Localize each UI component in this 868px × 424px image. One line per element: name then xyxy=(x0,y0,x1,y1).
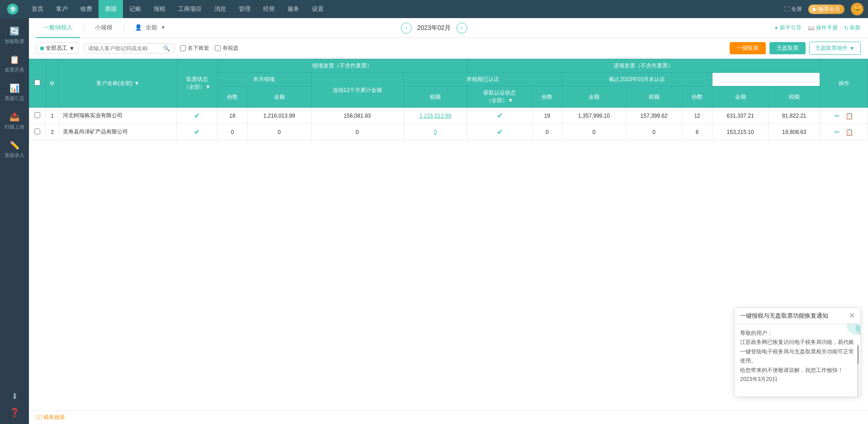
td-sales-amount-2: 0 xyxy=(247,124,311,140)
sidebar-item-fetch[interactable]: 🔄 智能取票 xyxy=(2,23,27,48)
sidebar-label-fetch: 智能取票 xyxy=(5,38,24,45)
notification-popup: 一键报税与无盘取票功能恢复通知 ✕ 尊敬的用户： 江苏政务网已恢复访问电子税务局… xyxy=(734,307,861,397)
status-check-icon-2: ✔ xyxy=(194,128,200,136)
diskless-fetch-button[interactable]: 无盘取票 xyxy=(769,42,806,54)
td-sales-tax-1: 158,081.83 xyxy=(311,108,403,124)
diskless-operations-button[interactable]: 无盘取票操作 ▼ xyxy=(809,42,861,55)
sidebar-item-entry[interactable]: ✏️ 票据录入 xyxy=(2,137,27,162)
sidebar-item-issue[interactable]: 📋 发票开具 xyxy=(2,51,27,77)
refresh-link[interactable]: ↻ 刷新 xyxy=(844,24,861,32)
td-cert-status-1: ✔ xyxy=(467,108,532,124)
edit-icon-1[interactable]: ✏ xyxy=(835,112,840,119)
th-uncertified: 截止2023年03月未认证 xyxy=(562,73,712,86)
tax-disk-checkbox[interactable] xyxy=(215,45,221,51)
notification-scroll-thumb[interactable] xyxy=(857,346,859,364)
th-current-month-sales: 本月销项 xyxy=(217,73,311,86)
nav-invoice[interactable]: 票据 xyxy=(99,0,123,18)
table-row: 2 灵寿县尚泽矿产品有限公司 ✔ 0 0 0 0 ✔ 0 0 0 6 153,2… xyxy=(29,124,868,140)
vip-button[interactable]: ▶ 畅享会员 xyxy=(808,5,844,14)
download-icon[interactable]: ⬇ xyxy=(11,391,18,401)
tab-all[interactable]: 👤 全能 ▼ xyxy=(127,18,173,38)
filter-bar: 全部员工 ▼ 🔍 名下账套 有税盘 一键取票 无盘取票 无盘取票操作 ▼ xyxy=(29,38,868,59)
nav-service[interactable]: 服务 xyxy=(281,0,306,18)
checkbox-own-account[interactable]: 名下账套 xyxy=(180,44,209,52)
sidebar-item-scan[interactable]: 📤 扫描上传 xyxy=(2,108,27,134)
manual-link[interactable]: 📖 操作手册 xyxy=(808,24,838,32)
tab-bar: 一般纳税人 小规模 👤 全能 ▼ ‹ 2023年02月 › ✦ xyxy=(29,18,868,38)
own-account-checkbox[interactable] xyxy=(180,45,186,51)
search-input[interactable] xyxy=(88,45,160,52)
invoice-table: ⚙ 客户名称(全部) ▼ 取票状态（全部）▼ 销项发票（不含作废票） 进项发票（… xyxy=(29,59,868,140)
edit-icon-2[interactable]: ✏ xyxy=(835,129,840,136)
detail-icon-2[interactable]: 📋 xyxy=(845,129,853,136)
notification-content: 尊敬的用户： 江苏政务网已恢复访问电子税务局功能，易代账一键登陆电子税务局与无盘… xyxy=(735,324,860,396)
td-cert-count-1: 19 xyxy=(532,108,562,124)
th-cert-amount: 金额 xyxy=(562,86,626,108)
period-prev-button[interactable]: ‹ xyxy=(401,23,412,33)
td-checkbox-1[interactable] xyxy=(29,108,46,124)
notification-title: 一键报税与无盘取票功能恢复通知 xyxy=(740,312,828,320)
nav-message[interactable]: 消息 xyxy=(208,0,232,18)
td-cum12-1[interactable]: 1,216,013.99 xyxy=(403,108,467,124)
notification-close-button[interactable]: ✕ xyxy=(849,311,855,320)
td-checkbox-2[interactable] xyxy=(29,124,46,140)
one-click-fetch-button[interactable]: 一键取票 xyxy=(730,42,766,54)
td-uncert-count-2: 6 xyxy=(682,124,712,140)
nav-items: 首页 客户 收费 票据 记账 报税 工商项目 消息 管理 经营 服务 设置 xyxy=(25,0,784,18)
settings-icon[interactable]: ⚙ xyxy=(50,80,55,86)
help-icon[interactable]: ❓ xyxy=(9,408,19,418)
new-guide-link[interactable]: ✦ 新手引导 xyxy=(774,24,802,32)
table-header-row-1: ⚙ 客户名称(全部) ▼ 取票状态（全部）▼ 销项发票（不含作废票） 进项发票（… xyxy=(29,59,868,73)
notification-body-scroll: 尊敬的用户： 江苏政务网已恢复访问电子税务局功能，易代账一键登陆电子税务局与无盘… xyxy=(735,324,860,396)
filter-icon-1[interactable]: ▼ xyxy=(134,80,139,86)
td-sales-tax-2: 0 xyxy=(311,124,403,140)
avatar[interactable]: 🐱 xyxy=(851,3,863,15)
logo xyxy=(5,1,21,17)
employee-select[interactable]: 全部员工 ▼ xyxy=(36,43,79,54)
th-cert-status: 获取认证状态（全部）▼ xyxy=(467,86,532,108)
td-actions-2: ✏ 📋 xyxy=(820,124,868,140)
employee-chevron-icon: ▼ xyxy=(69,45,75,52)
search-icon[interactable]: 🔍 xyxy=(163,45,170,52)
top-nav: 首页 客户 收费 票据 记账 报税 工商项目 消息 管理 经营 服务 设置 ⛶ … xyxy=(0,0,868,18)
td-name-1: 河北柯瑞栋实业有限公司 xyxy=(59,108,177,124)
entry-icon: ✏️ xyxy=(9,140,19,150)
issue-icon: 📋 xyxy=(9,55,19,65)
period-next-button[interactable]: › xyxy=(456,23,467,33)
filter-icon-2[interactable]: ▼ xyxy=(205,84,211,90)
row-checkbox-2[interactable] xyxy=(34,129,40,134)
tab-small-scale[interactable]: 小规模 xyxy=(88,18,120,38)
table-row: 1 河北柯瑞栋实业有限公司 ✔ 18 1,216,013.99 158,081.… xyxy=(29,108,868,124)
checkbox-tax-disk[interactable]: 有税盘 xyxy=(215,44,239,52)
td-sales-count-1: 18 xyxy=(217,108,247,124)
td-cert-amount-2: 0 xyxy=(562,124,626,140)
tax-disk-label: 有税盘 xyxy=(222,44,239,52)
filter-icon-3[interactable]: ▼ xyxy=(508,97,513,104)
nav-manage[interactable]: 管理 xyxy=(232,0,257,18)
tax-policy-link[interactable]: 税务政策 xyxy=(43,414,65,421)
row-checkbox-1[interactable] xyxy=(34,112,40,118)
td-cum12-2[interactable]: 0 xyxy=(403,124,467,140)
td-name-2: 灵寿县尚泽矿产品有限公司 xyxy=(59,124,177,140)
tab-general-taxpayer[interactable]: 一般纳税人 xyxy=(36,18,80,38)
notification-scrollbar[interactable] xyxy=(857,344,859,396)
employee-dot xyxy=(40,47,44,50)
nav-settings[interactable]: 设置 xyxy=(306,0,330,18)
nav-customer[interactable]: 客户 xyxy=(50,0,74,18)
nav-tax[interactable]: 报税 xyxy=(147,0,172,18)
fullscreen-btn[interactable]: ⛶ 全屏 xyxy=(784,5,802,13)
nav-business[interactable]: 工商项目 xyxy=(172,0,208,18)
nav-fee[interactable]: 收费 xyxy=(74,0,99,18)
operations-chevron-icon: ▼ xyxy=(849,45,855,52)
nav-business2[interactable]: 经营 xyxy=(257,0,281,18)
select-all-checkbox[interactable] xyxy=(34,80,40,86)
svg-point-1 xyxy=(11,8,14,10)
td-cert-tax-1: 157,399.62 xyxy=(626,108,682,124)
scan-icon: 📤 xyxy=(9,112,19,122)
td-uncert-tax-2: 19,808.63 xyxy=(769,124,820,140)
nav-home[interactable]: 首页 xyxy=(25,0,50,18)
nav-bookkeeping[interactable]: 记账 xyxy=(123,0,147,18)
cert-check-icon-2: ✔ xyxy=(497,128,503,136)
sidebar-item-summary[interactable]: 📊 票据汇总 xyxy=(2,80,27,105)
detail-icon-1[interactable]: 📋 xyxy=(845,112,853,119)
